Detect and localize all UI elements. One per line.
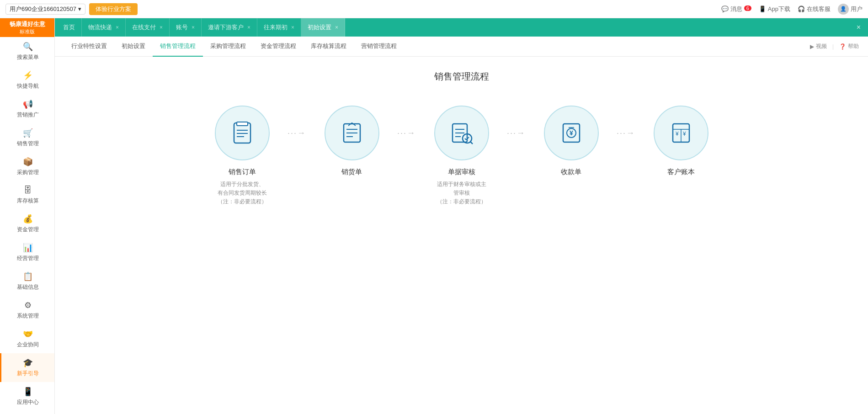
logo-sub: 标准版 bbox=[20, 28, 35, 35]
sidebar-icon-operations: 📊 bbox=[23, 243, 33, 253]
username-label: 用户 bbox=[851, 5, 863, 13]
app-download-item[interactable]: 📱 App下载 bbox=[759, 5, 790, 13]
sidebar-item-inventory[interactable]: 🗄库存核算 bbox=[0, 181, 54, 209]
sidebar-icon-quick-nav: ⚡ bbox=[23, 70, 33, 80]
flow-diagram: 销售订单适用于分批发货、有合同发货周期较长（注：非必要流程）···→ 销货单··… bbox=[73, 106, 850, 207]
flow-circle-sales-order bbox=[215, 106, 270, 160]
nav-tab-account[interactable]: 账号× bbox=[170, 18, 202, 37]
sidebar-label-finance: 资金管理 bbox=[17, 226, 39, 234]
content-area: 行业特性设置初始设置销售管理流程采购管理流程资金管理流程库存核算流程营销管理流程… bbox=[55, 37, 868, 414]
sub-tab-industry[interactable]: 行业特性设置 bbox=[64, 37, 114, 57]
sub-tab-inventory-flow[interactable]: 库存核算流程 bbox=[304, 37, 354, 57]
nav-tab-logistics[interactable]: 物流快递× bbox=[82, 18, 126, 37]
sidebar-item-purchase[interactable]: 📦采购管理 bbox=[0, 152, 54, 181]
sidebar-icon-sales: 🛒 bbox=[23, 128, 33, 138]
headset-icon: 🎧 bbox=[798, 5, 805, 12]
logo-title: 畅康通好生意 bbox=[10, 20, 45, 28]
sub-tab-help: ▶ 视频 | ❓ 帮助 bbox=[810, 42, 859, 50]
user-avatar-item[interactable]: 👤 用户 bbox=[838, 4, 863, 15]
message-icon: 💬 bbox=[721, 5, 729, 12]
flow-node-title-sales-order: 销售订单 bbox=[229, 168, 256, 176]
flow-node-title-customer-ledger: 客户账本 bbox=[667, 168, 695, 176]
svg-rect-1 bbox=[237, 122, 248, 126]
flow-node-desc-sales-order: 适用于分批发货、有合同发货周期较长（注：非必要流程） bbox=[218, 180, 267, 207]
play-icon: ▶ bbox=[810, 43, 814, 50]
flow-arrow-2: ···→ bbox=[503, 106, 530, 138]
nav-tab-home[interactable]: 首页 bbox=[57, 18, 82, 37]
nav-tab-payment[interactable]: 在线支付× bbox=[126, 18, 170, 37]
sidebar-label-sales: 销售管理 bbox=[17, 140, 39, 148]
video-help[interactable]: ▶ 视频 bbox=[810, 42, 827, 50]
sidebar-label-marketing: 营销推广 bbox=[17, 111, 39, 119]
flow-node-sales-invoice[interactable]: 销货单 bbox=[311, 106, 393, 180]
sidebar-icon-system: ⚙ bbox=[24, 300, 32, 310]
sub-tabs: 行业特性设置初始设置销售管理流程采购管理流程资金管理流程库存核算流程营销管理流程… bbox=[55, 37, 868, 57]
sub-tab-purchase-flow[interactable]: 采购管理流程 bbox=[203, 37, 253, 57]
user-selector[interactable]: 用户690企业1660120507 ▾ bbox=[5, 4, 85, 15]
nav-tab-close-init-settings[interactable]: × bbox=[335, 24, 338, 31]
nav-tabs: 首页物流快递×在线支付×账号×邀请下游客户×往来期初×初始设置× × bbox=[55, 18, 868, 37]
sidebar-icon-app-center: 📱 bbox=[23, 387, 33, 397]
app-download-label: App下载 bbox=[768, 5, 790, 13]
sidebar: 畅康通好生意 标准版 🔍搜索菜单⚡快捷导航📢营销推广🛒销售管理📦采购管理🗄库存核… bbox=[0, 18, 55, 414]
flow-node-title-sales-invoice: 销货单 bbox=[341, 168, 362, 176]
sub-tab-fund-flow[interactable]: 资金管理流程 bbox=[253, 37, 304, 57]
sidebar-item-sales[interactable]: 🛒销售管理 bbox=[0, 123, 54, 152]
nav-tab-close-payment[interactable]: × bbox=[160, 24, 163, 31]
flow-arrow-0: ···→ bbox=[283, 106, 311, 138]
dropdown-icon: ▾ bbox=[78, 5, 81, 12]
sidebar-icon-guide: 🎓 bbox=[23, 358, 33, 368]
nav-tab-close-period[interactable]: × bbox=[291, 24, 294, 31]
sidebar-icon-inventory: 🗄 bbox=[24, 186, 32, 195]
sidebar-label-guide: 新手引导 bbox=[17, 370, 39, 377]
sidebar-item-basic-info[interactable]: 📋基础信息 bbox=[0, 267, 54, 296]
sidebar-label-app-center: 应用中心 bbox=[17, 398, 39, 406]
sidebar-item-marketing[interactable]: 📢营销推广 bbox=[0, 95, 54, 123]
sidebar-item-cooperation[interactable]: 🤝企业协同 bbox=[0, 324, 54, 353]
flow-node-customer-ledger[interactable]: ¥ ¥ 客户账本 bbox=[640, 106, 722, 180]
sidebar-item-app-center[interactable]: 📱应用中心 bbox=[0, 382, 54, 411]
sidebar-item-wechat[interactable]: 💬企业微信 bbox=[0, 411, 54, 414]
sub-tab-sales-flow[interactable]: 销售管理流程 bbox=[153, 37, 203, 57]
sidebar-item-system[interactable]: ⚙系统管理 bbox=[0, 296, 54, 324]
customer-service-item[interactable]: 🎧 在线客服 bbox=[798, 5, 831, 13]
messages-label: 消息 bbox=[730, 5, 742, 13]
help-link[interactable]: ❓ 帮助 bbox=[839, 42, 859, 50]
svg-text:¥: ¥ bbox=[675, 131, 679, 137]
svg-text:¥: ¥ bbox=[682, 131, 686, 137]
sidebar-label-basic-info: 基础信息 bbox=[17, 283, 39, 291]
sidebar-label-purchase: 采购管理 bbox=[17, 169, 39, 176]
trial-btn[interactable]: 体验行业方案 bbox=[89, 3, 138, 15]
messages-item[interactable]: 💬 消息 6 bbox=[721, 5, 751, 13]
nav-tab-invite[interactable]: 邀请下游客户× bbox=[202, 18, 257, 37]
nav-tab-init-settings[interactable]: 初始设置× bbox=[301, 18, 345, 37]
nav-tab-close-account[interactable]: × bbox=[192, 24, 195, 31]
flow-arrow-3: ···→ bbox=[612, 106, 640, 138]
flow-node-sales-order[interactable]: 销售订单适用于分批发货、有合同发货周期较长（注：非必要流程） bbox=[201, 106, 283, 207]
close-all-tabs[interactable]: × bbox=[851, 23, 866, 32]
top-bar-right: 💬 消息 6 📱 App下载 🎧 在线客服 👤 用户 bbox=[721, 4, 863, 15]
sidebar-icon-marketing: 📢 bbox=[23, 99, 33, 109]
nav-tab-label-logistics: 物流快递 bbox=[88, 23, 112, 32]
nav-tab-period[interactable]: 往来期初× bbox=[257, 18, 301, 37]
sidebar-item-guide[interactable]: 🎓新手引导 bbox=[0, 353, 54, 382]
flow-circle-sales-invoice bbox=[325, 106, 379, 160]
sidebar-item-search-menu[interactable]: 🔍搜索菜单 bbox=[0, 37, 54, 66]
sidebar-item-quick-nav[interactable]: ⚡快捷导航 bbox=[0, 66, 54, 95]
nav-tab-close-invite[interactable]: × bbox=[247, 24, 250, 31]
top-bar-left: 用户690企业1660120507 ▾ 体验行业方案 bbox=[5, 3, 138, 15]
sidebar-icon-basic-info: 📋 bbox=[23, 271, 33, 281]
nav-tab-label-period: 往来期初 bbox=[264, 23, 288, 32]
flow-node-receipt[interactable]: ¥ 收款单 bbox=[530, 106, 612, 180]
flow-circle-customer-ledger: ¥ ¥ bbox=[654, 106, 708, 160]
user-label: 用户690企业1660120507 bbox=[10, 5, 76, 13]
sidebar-item-finance[interactable]: 💰资金管理 bbox=[0, 209, 54, 238]
sidebar-item-operations[interactable]: 📊经营管理 bbox=[0, 238, 54, 267]
main-content: 销售管理流程 销售订单适用于分批发货、有合同发货周期较长（注：非必要流程）···… bbox=[55, 57, 868, 220]
messages-badge: 6 bbox=[744, 5, 751, 11]
sub-tab-marketing-flow[interactable]: 营销管理流程 bbox=[354, 37, 404, 57]
flow-arrow-1: ···→ bbox=[393, 106, 421, 138]
flow-node-audit[interactable]: 单据审核适用于财务审核或主管审核（注：非必要流程） bbox=[421, 106, 503, 207]
sub-tab-init[interactable]: 初始设置 bbox=[114, 37, 153, 57]
nav-tab-close-logistics[interactable]: × bbox=[116, 24, 119, 31]
